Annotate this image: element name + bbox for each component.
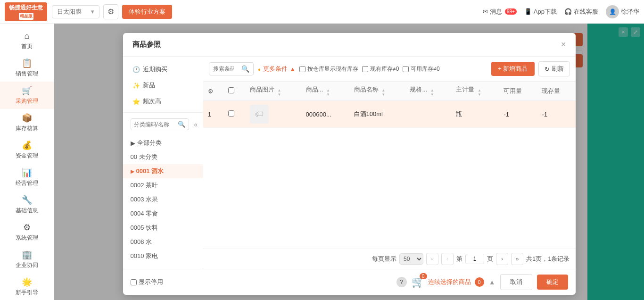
- category-0005[interactable]: 0005 饮料: [123, 221, 203, 235]
- cart-icon-wrapper[interactable]: 🛒 0: [412, 276, 424, 288]
- row-checkbox[interactable]: [228, 110, 234, 117]
- modal-header: 商品参照 ×: [123, 33, 576, 57]
- modal-sidebar-recent[interactable]: 🕐 近期购买: [127, 62, 199, 76]
- show-disabled-input[interactable]: [131, 279, 137, 285]
- category-0002[interactable]: 0002 茶叶: [123, 178, 203, 192]
- select-all-checkbox[interactable]: [228, 87, 234, 93]
- branch-dropdown[interactable]: 日太阳膜 ▾: [52, 5, 99, 18]
- show-disabled-checkbox[interactable]: 显示停用: [131, 278, 163, 286]
- product-search-icon[interactable]: 🔍: [238, 63, 253, 75]
- modal-pagination-footer: 每页显示 50 100 200 « ‹ 第 页: [203, 249, 576, 269]
- td-spec: [405, 101, 451, 128]
- modal-close-button[interactable]: ×: [561, 40, 566, 50]
- th-unit: 主计量 ▲▼: [451, 82, 499, 101]
- confirm-button[interactable]: 确定: [537, 275, 568, 290]
- notifications-item[interactable]: ✉ 消息 99+: [483, 8, 517, 16]
- sidebar-item-system[interactable]: ⚙ 系统管理: [0, 218, 54, 246]
- category-0001[interactable]: ▶ 0001 酒水: [123, 164, 203, 178]
- select-count-badge: 0: [475, 277, 484, 287]
- td-img: 🏷: [245, 101, 301, 128]
- th-spec: 规格... ▲▼: [405, 82, 451, 101]
- sidebar-item-enterprise[interactable]: 🏢 企业协同: [0, 246, 54, 273]
- category-search-box: 🔍: [131, 118, 189, 130]
- th-checkbox[interactable]: [223, 82, 245, 101]
- refresh-icon: ↻: [545, 66, 550, 73]
- checkbox-usable[interactable]: 可用库存≠0: [403, 65, 439, 73]
- cancel-button[interactable]: 取消: [500, 274, 532, 290]
- product-search-input[interactable]: [209, 63, 238, 75]
- th-img: 商品图片 ▲▼: [245, 82, 301, 101]
- bottom-collapse-icon[interactable]: ▲: [489, 278, 495, 286]
- table-row[interactable]: 1 🏷 000600... 白酒100ml 瓶: [203, 101, 576, 128]
- category-uncategorized[interactable]: 00 未分类: [123, 150, 203, 164]
- product-table: ⚙ 商品图片 ▲▼ 商品... ▲▼: [203, 82, 576, 128]
- sidebar-item-guide[interactable]: 🌟 新手引导: [0, 273, 54, 300]
- last-page-button[interactable]: »: [511, 253, 523, 265]
- sort-code-icon: ▲▼: [326, 89, 330, 97]
- refresh-button[interactable]: ↻ 刷新: [538, 61, 570, 76]
- sidebar-item-purchase[interactable]: 🛒 采购管理: [0, 82, 54, 109]
- sidebar-collapse-button[interactable]: «: [193, 120, 199, 129]
- filter-arrow-icon: ▲: [289, 66, 296, 73]
- page-number-input[interactable]: [465, 254, 484, 264]
- sidebar-item-basic[interactable]: 🔧 基础信息: [0, 191, 54, 218]
- td-index: 1: [203, 101, 224, 128]
- sidebar-item-home[interactable]: ⌂ 首页: [0, 27, 54, 54]
- filter-more-button[interactable]: ⬧ 更多条件 ▲: [257, 65, 296, 73]
- th-settings[interactable]: ⚙: [203, 82, 224, 101]
- modal-sidebar-new[interactable]: ✨ 新品: [127, 78, 199, 92]
- cat0001-triangle-icon: ▶: [131, 169, 134, 174]
- user-profile-item[interactable]: 👤 徐泽华: [606, 5, 639, 18]
- category-header: 🔍 «: [123, 115, 203, 134]
- first-page-button[interactable]: «: [426, 253, 438, 265]
- checkbox-warehouse[interactable]: 按仓库显示现有库存: [299, 65, 358, 73]
- product-table-wrapper: ⚙ 商品图片 ▲▼ 商品... ▲▼: [203, 82, 576, 249]
- sidebar-item-sales[interactable]: 📋 销售管理: [0, 54, 54, 82]
- enterprise-icon: 🏢: [22, 250, 32, 260]
- sidebar: ⌂ 首页 📋 销售管理 🛒 采购管理 📦 库存核算 💰 资金管理 📊 经营管理 …: [0, 24, 54, 300]
- sidebar-item-finance[interactable]: 💰 资金管理: [0, 136, 54, 164]
- checkbox-available[interactable]: 现有库存≠0: [362, 65, 399, 73]
- td-code: 000600...: [301, 101, 349, 128]
- checkbox-available-input[interactable]: [362, 66, 368, 72]
- checkbox-usable-input[interactable]: [403, 66, 409, 72]
- guide-icon: 🌟: [22, 277, 32, 287]
- content-area: 查询 设置 刷新 × ⤢ 商品参照 ×: [54, 24, 644, 300]
- cta-button[interactable]: 体验行业方案: [122, 5, 172, 19]
- headset-icon: 🎧: [564, 8, 572, 15]
- td-checkbox[interactable]: [223, 101, 245, 128]
- checkbox-warehouse-input[interactable]: [299, 66, 305, 72]
- sidebar-item-inventory[interactable]: 📦 库存核算: [0, 109, 54, 136]
- modal-sidebar: 🕐 近期购买 ✨ 新品 ⭐ 频次高: [123, 57, 203, 269]
- app-download-item[interactable]: 📱 App下载: [524, 8, 557, 16]
- sales-icon: 📋: [22, 58, 32, 68]
- settings-icon[interactable]: ⚙: [103, 4, 118, 19]
- category-0003[interactable]: 0003 水果: [123, 192, 203, 207]
- help-icon[interactable]: ?: [396, 277, 407, 287]
- sidebar-item-operations[interactable]: 📊 经营管理: [0, 164, 54, 191]
- modal-bottom-bar: 显示停用 ? 🛒 0 连续选择的商品 0 ▲ 取消 确定: [123, 269, 576, 295]
- modal-overlay: 商品参照 × 🕐 近期购买 ✨ 新: [54, 24, 644, 300]
- table-header-row: ⚙ 商品图片 ▲▼ 商品... ▲▼: [203, 82, 576, 101]
- add-product-button[interactable]: + 新增商品: [491, 62, 534, 76]
- page-size-select[interactable]: 50 100 200: [399, 253, 423, 265]
- category-0004[interactable]: 0004 零食: [123, 207, 203, 221]
- th-name: 商品名称 ▲▼: [349, 82, 405, 101]
- td-available: -1: [499, 101, 537, 128]
- purchase-icon: 🛒: [22, 85, 32, 96]
- category-search-icon[interactable]: 🔍: [175, 119, 189, 130]
- main-layout: ⌂ 首页 📋 销售管理 🛒 采购管理 📦 库存核算 💰 资金管理 📊 经营管理 …: [0, 24, 644, 300]
- prev-page-button[interactable]: ‹: [441, 253, 454, 265]
- online-service-item[interactable]: 🎧 在线客服: [564, 8, 598, 16]
- category-all[interactable]: ▶ 全部分类: [123, 136, 203, 150]
- cart-badge: 0: [420, 273, 427, 279]
- category-0010[interactable]: 0010 家电: [123, 249, 203, 263]
- modal-sidebar-frequent[interactable]: ⭐ 频次高: [127, 94, 199, 108]
- next-page-button[interactable]: ›: [496, 253, 508, 265]
- star-icon: ⭐: [132, 98, 140, 105]
- sort-spec-icon: ▲▼: [430, 89, 434, 97]
- category-0008[interactable]: 0008 水: [123, 235, 203, 249]
- modal-main: 🔍 ⬧ 更多条件 ▲ 按仓库显示现有库存: [203, 57, 576, 269]
- category-search-input[interactable]: [131, 119, 175, 130]
- avatar: 👤: [606, 5, 619, 18]
